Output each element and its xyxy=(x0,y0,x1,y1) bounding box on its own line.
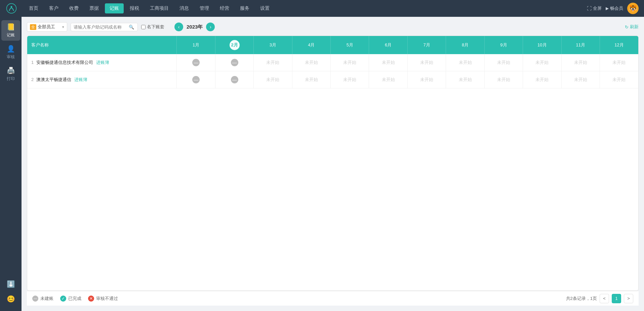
nav-billing[interactable]: 收费 xyxy=(65,3,83,13)
not-created-label: 未建账 xyxy=(40,296,53,302)
status-m10-row2: 未开始 xyxy=(523,71,561,88)
employee-filter-value: 全部员工 xyxy=(38,24,61,30)
nav-message[interactable]: 消息 xyxy=(175,3,194,13)
completed-icon: ✓ xyxy=(60,296,66,302)
footer: — 未建账 ✓ 已完成 ✕ 审核不通过 共2条记录，1页 < 1 > xyxy=(27,291,639,306)
col-header-m10: 10月 xyxy=(523,36,561,54)
prev-page-button[interactable]: < xyxy=(600,294,609,303)
nav-right-area: ⛶ 全屏 ▶ 畅会员 🐯 xyxy=(587,3,639,14)
status-m8-row2: 未开始 xyxy=(446,71,484,88)
status-m4-row2: 未开始 xyxy=(292,71,330,88)
col-header-m2: 2月 xyxy=(215,36,253,54)
col-header-m11: 11月 xyxy=(561,36,600,54)
year-prev-button[interactable]: ‹ xyxy=(174,23,183,31)
table-row: 1 安徽畅捷通信息技术有限公司 进账簿 — — 未开始 未开始 xyxy=(27,54,638,71)
status-m4-row1: 未开始 xyxy=(292,54,330,71)
client-cell-2: 2 澳澳太平畅捷通信 进账簿 xyxy=(27,71,177,88)
status-m9-row2: 未开始 xyxy=(484,71,523,88)
nav-customer[interactable]: 客户 xyxy=(44,3,63,13)
next-page-button[interactable]: > xyxy=(624,294,633,303)
year-navigation: ‹ 2023年 › xyxy=(174,23,215,31)
nav-bookkeeping[interactable]: 记账 xyxy=(105,3,124,13)
svg-point-0 xyxy=(7,4,16,13)
enter-ledger-link-1[interactable]: 进账簿 xyxy=(96,60,109,65)
table-scroll-area[interactable]: 客户名称 1月 2月 3月 4月 5月 6月 7月 8月 9月 xyxy=(27,36,638,290)
year-display: 2023年 xyxy=(187,24,203,30)
nav-invoice[interactable]: 票据 xyxy=(85,3,104,13)
dash-icon: — xyxy=(192,59,200,66)
main-layout: 📒 记账 👤 审核 🖨️ 打印 ⬇️ 😊 全 全部员工 ▾ xyxy=(0,17,644,311)
user-avatar[interactable]: 🐯 xyxy=(627,3,639,14)
nav-tax[interactable]: 报税 xyxy=(125,3,144,13)
rejected-icon: ✕ xyxy=(88,296,94,302)
toolbar: 全 全部员工 ▾ 🔍 名下账套 ‹ 2023年 › xyxy=(27,22,639,32)
sidebar-audit-label: 审核 xyxy=(7,54,15,60)
table-header-row: 客户名称 1月 2月 3月 4月 5月 6月 7月 8月 9月 xyxy=(27,36,638,54)
sidebar-item-audit[interactable]: 👤 审核 xyxy=(1,42,20,63)
sidebar-bottom: ⬇️ 😊 xyxy=(1,277,20,311)
fullscreen-icon: ⛶ xyxy=(587,6,592,11)
row-number-2: 2 xyxy=(31,77,34,82)
legend-not-created: — 未建账 xyxy=(32,296,53,302)
client-name-2: 澳澳太平畅捷通信 xyxy=(36,77,71,82)
status-m12-row1: 未开始 xyxy=(600,54,638,71)
dash-icon: — xyxy=(192,76,200,83)
rejected-label: 审核不通过 xyxy=(96,296,118,302)
main-table: 客户名称 1月 2月 3月 4月 5月 6月 7月 8月 9月 xyxy=(27,36,639,291)
search-icon[interactable]: 🔍 xyxy=(129,25,134,30)
nav-settings[interactable]: 设置 xyxy=(255,3,274,13)
search-input[interactable] xyxy=(74,25,127,30)
dash-icon: — xyxy=(231,76,238,83)
nav-menu: 首页 客户 收费 票据 记账 报税 工商项目 消息 管理 经营 服务 设置 xyxy=(24,3,587,13)
fullscreen-button[interactable]: ⛶ 全屏 xyxy=(587,5,602,11)
status-m10-row1: 未开始 xyxy=(523,54,561,71)
col-header-m5: 5月 xyxy=(331,36,369,54)
not-created-icon: — xyxy=(32,296,38,302)
status-m5-row2: 未开始 xyxy=(331,71,369,88)
year-next-button[interactable]: › xyxy=(206,23,215,31)
fullscreen-label: 全屏 xyxy=(593,5,602,11)
col-header-m12: 12月 xyxy=(600,36,638,54)
app-logo[interactable] xyxy=(5,2,17,14)
employee-filter-tag: 全 xyxy=(30,24,36,30)
enter-ledger-link-2[interactable]: 进账簿 xyxy=(74,77,87,82)
top-navigation: 首页 客户 收费 票据 记账 报税 工商项目 消息 管理 经营 服务 设置 ⛶ … xyxy=(0,0,644,17)
chevron-left-icon: ‹ xyxy=(178,24,180,30)
nav-home[interactable]: 首页 xyxy=(24,3,43,13)
col-header-m6: 6月 xyxy=(369,36,407,54)
member-button[interactable]: ▶ 畅会员 xyxy=(606,5,623,11)
main-content: 全 全部员工 ▾ 🔍 名下账套 ‹ 2023年 › xyxy=(22,17,644,311)
col-header-m8: 8月 xyxy=(446,36,484,54)
current-month-indicator: 2月 xyxy=(230,40,240,50)
status-m7-row2: 未开始 xyxy=(407,71,446,88)
sidebar-item-print[interactable]: 🖨️ 打印 xyxy=(1,64,20,84)
current-page-button[interactable]: 1 xyxy=(612,294,621,303)
nav-operation[interactable]: 经营 xyxy=(215,3,234,13)
status-m1-row1: — xyxy=(177,54,215,71)
status-m11-row1: 未开始 xyxy=(561,54,600,71)
status-m5-row1: 未开始 xyxy=(331,54,369,71)
my-accounts-checkbox[interactable] xyxy=(141,25,146,29)
status-m6-row2: 未开始 xyxy=(369,71,407,88)
my-accounts-checkbox-label[interactable]: 名下账套 xyxy=(141,24,164,30)
dash-icon: — xyxy=(231,59,238,66)
chevron-right-icon: › xyxy=(210,24,211,30)
client-cell-1: 1 安徽畅捷通信息技术有限公司 进账簿 xyxy=(27,54,177,71)
sidebar-print-label: 打印 xyxy=(7,76,15,82)
member-label: 畅会员 xyxy=(610,5,623,11)
audit-icon: 👤 xyxy=(7,45,15,53)
my-accounts-label: 名下账套 xyxy=(147,24,164,30)
nav-manage[interactable]: 管理 xyxy=(195,3,214,13)
status-m3-row2: 未开始 xyxy=(254,71,292,88)
refresh-button[interactable]: ↻ 刷新 xyxy=(625,24,639,30)
sidebar-item-bookkeeping[interactable]: 📒 记账 xyxy=(1,20,20,41)
nav-service[interactable]: 服务 xyxy=(235,3,254,13)
sidebar-item-download[interactable]: ⬇️ xyxy=(1,277,20,291)
sidebar-bookkeeping-label: 记账 xyxy=(7,32,15,38)
sidebar-item-user[interactable]: 😊 xyxy=(1,292,20,306)
download-icon: ⬇️ xyxy=(7,280,15,288)
play-icon: ▶ xyxy=(606,6,609,11)
col-header-m1: 1月 xyxy=(177,36,215,54)
nav-business[interactable]: 工商项目 xyxy=(145,3,173,13)
employee-filter-select[interactable]: 全 全部员工 ▾ xyxy=(27,22,67,32)
